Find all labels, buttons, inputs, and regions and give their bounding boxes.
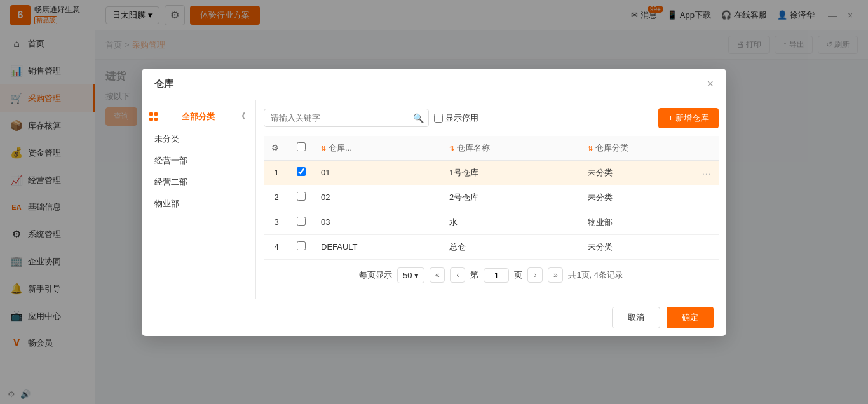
row-checkbox[interactable]: [289, 234, 313, 259]
row-num: 3: [264, 210, 289, 234]
show-disabled-checkbox[interactable]: [434, 114, 443, 123]
table-row[interactable]: 1 01 1号仓库 未分类...: [264, 160, 719, 185]
next-page-btn[interactable]: ›: [527, 267, 543, 283]
last-page-btn[interactable]: »: [548, 267, 563, 283]
add-warehouse-btn[interactable]: + 新增仓库: [658, 108, 719, 128]
row-category: 未分类...: [580, 160, 719, 185]
row-code: 01: [313, 160, 442, 185]
page-unit: 页: [514, 269, 522, 281]
col-header-code: ⇅仓库...: [313, 136, 442, 161]
row-name: 总仓: [442, 234, 580, 259]
search-button[interactable]: 🔍: [413, 113, 424, 123]
category-item-property[interactable]: 物业部: [142, 193, 255, 215]
table-row[interactable]: 2 02 2号仓库 未分类: [264, 185, 719, 210]
table-row[interactable]: 4 DEFAULT 总仓 未分类: [264, 234, 719, 259]
row-checkbox[interactable]: [289, 210, 313, 234]
warehouse-table: ⚙ ⇅仓库... ⇅仓库名称 ⇅仓库分类 1 01 1号仓库 未分类... 2 …: [264, 136, 719, 260]
col-header-settings: ⚙: [264, 136, 289, 161]
modal-footer: 取消 确定: [142, 299, 726, 336]
search-input[interactable]: [264, 109, 429, 127]
select-all-checkbox[interactable]: [297, 142, 306, 151]
category-grid-icon: [149, 112, 158, 121]
row-category: 未分类: [580, 185, 719, 210]
row-code: 03: [313, 210, 442, 234]
category-item-dept2[interactable]: 经营二部: [142, 172, 255, 193]
row-code: DEFAULT: [313, 234, 442, 259]
row-num: 2: [264, 185, 289, 210]
page-input[interactable]: [484, 268, 509, 283]
category-item-unclassified[interactable]: 未分类: [142, 128, 255, 150]
col-header-category: ⇅仓库分类: [580, 136, 719, 161]
category-header: 全部分类 《: [142, 105, 255, 128]
prev-page-btn[interactable]: ‹: [450, 267, 465, 283]
table-row[interactable]: 3 03 水 物业部: [264, 210, 719, 234]
row-checkbox[interactable]: [289, 185, 313, 210]
modal-overlay: 仓库 × 全部分类 《 未分类 经营一部 经营二部: [0, 0, 868, 404]
warehouse-modal: 仓库 × 全部分类 《 未分类 经营一部 经营二部: [142, 69, 726, 336]
modal-title: 仓库: [154, 78, 173, 90]
confirm-button[interactable]: 确定: [667, 307, 714, 328]
per-page-chevron: ▾: [414, 271, 419, 280]
table-toolbar: 🔍 显示停用 + 新增仓库: [264, 108, 719, 128]
show-disabled-label: 显示停用: [434, 112, 478, 124]
search-input-wrap: 🔍: [264, 109, 429, 127]
row-num: 4: [264, 234, 289, 259]
col-header-checkbox: [289, 136, 313, 161]
page-label: 第: [470, 269, 478, 281]
category-item-dept1[interactable]: 经营一部: [142, 150, 255, 172]
all-categories-label: 全部分类: [182, 111, 215, 123]
per-page-label: 每页显示: [359, 269, 392, 281]
row-code: 02: [313, 185, 442, 210]
collapse-btn[interactable]: 《: [235, 111, 248, 123]
row-name: 水: [442, 210, 580, 234]
modal-close-btn[interactable]: ×: [707, 77, 714, 91]
category-panel: 全部分类 《 未分类 经营一部 经营二部 物业部: [142, 100, 256, 299]
row-category: 物业部: [580, 210, 719, 234]
col-header-name: ⇅仓库名称: [442, 136, 580, 161]
row-num: 1: [264, 160, 289, 185]
table-panel: 🔍 显示停用 + 新增仓库 ⚙ ⇅仓库...: [256, 100, 726, 299]
pagination-bar: 每页显示 50 ▾ « ‹ 第 页 › » 共1页, 4条记录: [264, 260, 719, 291]
per-page-select[interactable]: 50 ▾: [397, 267, 424, 283]
row-name: 1号仓库: [442, 160, 580, 185]
page-summary: 共1页, 4条记录: [568, 269, 623, 281]
row-category: 未分类: [580, 234, 719, 259]
row-name: 2号仓库: [442, 185, 580, 210]
first-page-btn[interactable]: «: [430, 267, 445, 283]
modal-body: 全部分类 《 未分类 经营一部 经营二部 物业部 🔍: [142, 100, 726, 299]
cancel-button[interactable]: 取消: [612, 307, 660, 328]
row-checkbox[interactable]: [289, 160, 313, 185]
modal-header: 仓库 ×: [142, 69, 726, 100]
